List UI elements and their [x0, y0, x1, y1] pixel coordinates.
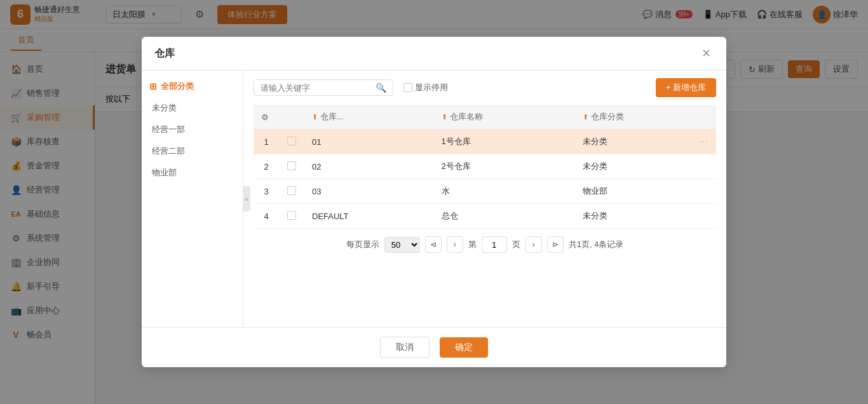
grid-icon: ⊞ — [149, 81, 157, 91]
category-item-property[interactable]: 物业部 — [142, 162, 243, 184]
search-input[interactable] — [261, 83, 372, 93]
category-item-ops1[interactable]: 经营一部 — [142, 119, 243, 140]
row-category-4: 未分类 — [575, 204, 716, 229]
modal-header: 仓库 ✕ — [142, 37, 726, 71]
prev-page-button[interactable]: ‹ — [447, 236, 463, 253]
pagination: 每页显示 50 100 ⊲ ‹ 第 页 › ⊳ 共1页, 4条记录 — [254, 229, 716, 253]
search-box[interactable]: 🔍 — [254, 79, 393, 96]
th-check — [279, 105, 304, 130]
row-name-4: 总仓 — [434, 204, 575, 229]
next-page-button[interactable]: › — [526, 236, 542, 253]
row-index: 3 — [254, 179, 279, 204]
row-category-3: 物业部 — [575, 179, 716, 204]
warehouse-modal: 仓库 ✕ ⊞ 全部分类 « 未分类 经营一部 经营二部 物业部 — [142, 37, 726, 367]
page-unit: 页 — [512, 239, 520, 250]
th-name: ⬆仓库名称 — [434, 105, 575, 130]
th-code: ⬆仓库... — [304, 105, 434, 130]
table-row[interactable]: 4 DEFAULT 总仓 未分类 — [254, 204, 716, 229]
row-name-1: 1号仓库 — [434, 130, 575, 154]
search-icon: 🔍 — [376, 83, 386, 93]
total-info: 共1页, 4条记录 — [569, 239, 624, 250]
th-gear: ⚙ — [254, 105, 279, 130]
row-index: 2 — [254, 154, 279, 179]
row-name-2: 2号仓库 — [434, 154, 575, 179]
row-checkbox-3[interactable] — [287, 186, 296, 195]
row-checkbox-1[interactable] — [287, 137, 296, 145]
page-input[interactable] — [482, 236, 507, 253]
table-panel: 🔍 显示停用 + 新增仓库 ⚙ — [243, 71, 726, 327]
category-item-ops2[interactable]: 经营二部 — [142, 140, 243, 162]
row-category-2: 未分类 — [575, 154, 716, 179]
category-header-label: 全部分类 — [161, 81, 194, 92]
table-toolbar: 🔍 显示停用 + 新增仓库 — [254, 78, 716, 97]
sort-icon-category: ⬆ — [583, 113, 588, 121]
table-row[interactable]: 1 01 1号仓库 未分类 ··· — [254, 130, 716, 154]
row-code-1: 01 — [304, 130, 434, 154]
category-panel: ⊞ 全部分类 « 未分类 经营一部 经营二部 物业部 — [142, 71, 243, 327]
per-page-label: 每页显示 — [346, 239, 379, 250]
sort-icon-code: ⬆ — [312, 113, 318, 121]
row-checkbox-4[interactable] — [287, 211, 296, 220]
row-checkbox-2[interactable] — [287, 161, 296, 170]
warehouse-table: ⚙ ⬆仓库... ⬆仓库名称 ⬆仓库分类 — [254, 105, 716, 229]
category-item-unclassified[interactable]: 未分类 — [142, 97, 243, 119]
row-name-3: 水 — [434, 179, 575, 204]
modal-footer: 取消 确定 — [142, 327, 726, 367]
row-code-4: DEFAULT — [304, 204, 434, 229]
show-disabled-label: 显示停用 — [415, 82, 448, 93]
row-category-1: 未分类 ··· — [575, 130, 716, 154]
show-disabled-checkbox[interactable]: 显示停用 — [403, 82, 448, 93]
add-warehouse-button[interactable]: + 新增仓库 — [656, 78, 716, 97]
table-row[interactable]: 3 03 水 物业部 — [254, 179, 716, 204]
row-code-3: 03 — [304, 179, 434, 204]
category-header: ⊞ 全部分类 — [142, 76, 243, 97]
row-action-dots-1[interactable]: ··· — [698, 136, 709, 147]
confirm-button[interactable]: 确定 — [440, 337, 488, 358]
cancel-button[interactable]: 取消 — [380, 337, 430, 358]
modal-close-button[interactable]: ✕ — [698, 46, 714, 61]
row-index: 1 — [254, 130, 279, 154]
per-page-select[interactable]: 50 100 — [384, 237, 420, 253]
modal-overlay: 仓库 ✕ ⊞ 全部分类 « 未分类 经营一部 经营二部 物业部 — [0, 0, 868, 404]
sort-icon-name: ⬆ — [442, 113, 447, 121]
last-page-button[interactable]: ⊳ — [547, 236, 564, 253]
row-index: 4 — [254, 204, 279, 229]
first-page-button[interactable]: ⊲ — [425, 236, 442, 253]
disabled-checkbox[interactable] — [403, 83, 412, 92]
th-category: ⬆仓库分类 — [575, 105, 716, 130]
table-row[interactable]: 2 02 2号仓库 未分类 — [254, 154, 716, 179]
collapse-button[interactable]: « — [243, 186, 250, 212]
modal-body: ⊞ 全部分类 « 未分类 经营一部 经营二部 物业部 🔍 — [142, 71, 726, 327]
modal-title: 仓库 — [154, 47, 175, 60]
page-label: 第 — [468, 239, 477, 250]
row-code-2: 02 — [304, 154, 434, 179]
